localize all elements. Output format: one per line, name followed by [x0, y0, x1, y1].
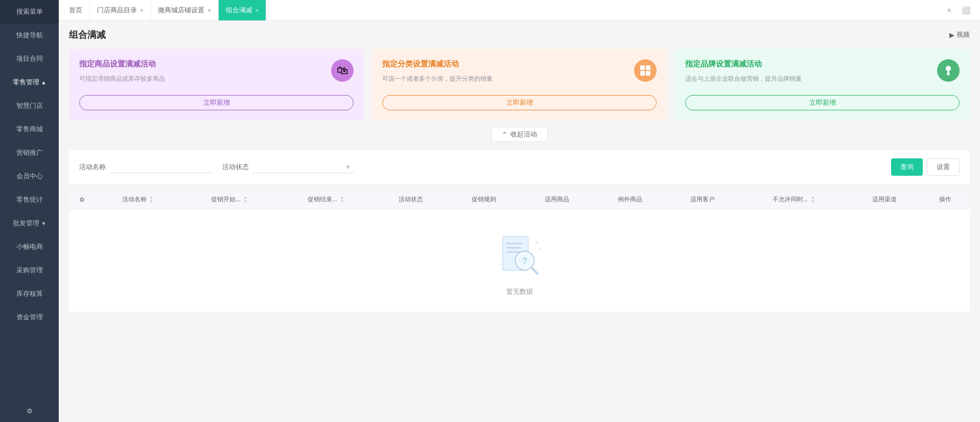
svg-rect-3 — [646, 71, 650, 76]
col-operations-label: 操作 — [939, 196, 951, 203]
sidebar-item-wholesale-mgmt[interactable]: 批发管理 ▼ — [0, 212, 59, 235]
col-excluded-goods-label: 例外商品 — [618, 196, 642, 203]
sidebar-item-label: 快捷导航 — [16, 31, 43, 40]
sidebar-item-retail-mall[interactable]: 零售商城 — [0, 118, 59, 141]
empty-text: 暂无数据 — [506, 287, 533, 296]
cards-row: 🛍 指定商品设置满减活动 可指定滞销商品或库存较多商品 立即新增 指定分类设置满… — [69, 49, 970, 121]
sidebar-item-smart-store[interactable]: 智慧门店 — [0, 94, 59, 118]
sidebar-item-finance[interactable]: 资金管理 — [0, 306, 59, 329]
sidebar-item-label: 零售统计 — [16, 195, 43, 204]
table-head: ⚙ 活动名称 ▲▼ 促销开始... ▲▼ 促销结束... ▲▼ — [69, 190, 970, 209]
collapse-row: ⌃ 收起活动 — [69, 127, 970, 142]
activity-name-label: 活动名称 — [79, 162, 106, 172]
sidebar-item-quick-nav[interactable]: 快捷导航 — [0, 24, 59, 47]
main-content: 首页 门店商品目录 × 微商城店铺设置 × 组合满减 × × ⬜ 组合满减 ▶ … — [59, 0, 980, 422]
card-brand-desc: 适合与上游企业联合做营销，提升品牌销量 — [685, 74, 960, 88]
col-activity-status-label: 活动状态 — [399, 196, 423, 203]
close-window-button[interactable]: × — [943, 4, 955, 16]
page-header: 组合满减 ▶ 视频 — [69, 29, 970, 41]
sidebar-search[interactable]: 搜索菜单 — [0, 0, 59, 24]
col-activity-name-label: 活动名称 — [122, 196, 147, 203]
empty-illustration: ? — [494, 230, 545, 281]
col-settings[interactable]: ⚙ — [69, 190, 95, 209]
gear-icon: ⚙ — [79, 196, 85, 203]
svg-point-14 — [499, 263, 501, 265]
card-brand-add-button[interactable]: 立即新增 — [685, 95, 960, 110]
sidebar-item-label: 零售商城 — [16, 125, 43, 134]
sidebar-item-label: 库存核算 — [16, 289, 43, 298]
table-body: ? 暂无数据 — [69, 209, 970, 312]
sidebar-item-label: 资金管理 — [16, 313, 43, 322]
card-product-desc: 可指定滞销商品或库存较多商品 — [79, 74, 354, 88]
tab-store-catalog-label: 门店商品目录 — [97, 6, 137, 15]
restore-window-button[interactable]: ⬜ — [960, 4, 972, 16]
card-category-add-button[interactable]: 立即新增 — [382, 95, 657, 110]
tab-store-catalog[interactable]: 门店商品目录 × — [90, 0, 151, 20]
sidebar-item-label: 智慧门店 — [16, 101, 43, 110]
col-promo-rules-label: 促销规则 — [472, 196, 496, 203]
sidebar-item-retail-stats[interactable]: 零售统计 — [0, 188, 59, 212]
sort-arrows-icon: ▲▼ — [811, 196, 815, 204]
card-category-title: 指定分类设置满减活动 — [382, 59, 657, 69]
svg-rect-1 — [646, 65, 650, 70]
sidebar-item-label: 项目合同 — [16, 54, 43, 63]
collapse-button[interactable]: ⌃ 收起活动 — [491, 127, 548, 142]
sidebar-item-inventory[interactable]: 库存核算 — [0, 282, 59, 306]
chevron-up-icon: ▲ — [41, 80, 46, 85]
setting-button[interactable]: 设置 — [927, 158, 960, 176]
close-icon[interactable]: × — [207, 7, 211, 13]
tab-wechat-store-label: 微商城店铺设置 — [158, 6, 204, 15]
close-icon[interactable]: × — [140, 7, 143, 13]
card-product-icon: 🛍 — [331, 59, 354, 82]
col-promo-start[interactable]: 促销开始... ▲▼ — [181, 190, 277, 209]
sidebar-item-label: 采购管理 — [16, 266, 43, 275]
activity-status-label: 活动状态 — [222, 162, 249, 172]
sidebar-item-member-center[interactable]: 会员中心 — [0, 165, 59, 188]
col-applicable-channels-label: 适用渠道 — [872, 196, 897, 203]
card-category-desc: 可选一个或者多个分类，提升分类的销量 — [382, 74, 657, 88]
tab-combo-discount[interactable]: 组合满减 × — [219, 0, 266, 20]
sidebar-item-project-contract[interactable]: 项目合同 — [0, 47, 59, 71]
tab-wechat-store[interactable]: 微商城店铺设置 × — [151, 0, 218, 20]
close-icon[interactable]: × — [255, 7, 259, 13]
sidebar-item-xiaochangecom[interactable]: 小畅电商 — [0, 235, 59, 259]
search-bar: 活动名称 活动状态 ▼ 查询 设置 — [69, 150, 970, 184]
sidebar-item-marketing[interactable]: 营销推广 — [0, 141, 59, 165]
activity-table: ⚙ 活动名称 ▲▼ 促销开始... ▲▼ 促销结束... ▲▼ — [69, 190, 970, 312]
play-icon: ▶ — [949, 31, 954, 39]
tabbar: 首页 门店商品目录 × 微商城店铺设置 × 组合满减 × × ⬜ — [59, 0, 980, 20]
video-link-label: 视频 — [956, 30, 970, 39]
sidebar-settings[interactable]: ⚙ — [0, 400, 59, 422]
activity-status-select[interactable]: ▼ — [253, 161, 355, 173]
video-link[interactable]: ▶ 视频 — [949, 30, 970, 39]
card-brand-discount: 指定品牌设置满减活动 适合与上游企业联合做营销，提升品牌销量 立即新增 — [675, 49, 970, 121]
sidebar-item-label: 会员中心 — [16, 172, 43, 181]
col-applicable-customers: 适用客户 — [666, 190, 739, 209]
sidebar-item-label: 营销推广 — [16, 148, 43, 157]
query-button[interactable]: 查询 — [891, 158, 923, 176]
col-applicable-customers-label: 适用客户 — [690, 196, 715, 203]
card-category-icon — [634, 59, 657, 82]
card-product-add-button[interactable]: 立即新增 — [79, 95, 354, 110]
card-product-title: 指定商品设置满减活动 — [79, 59, 354, 69]
sidebar-item-label: 零售管理 — [13, 78, 39, 87]
tab-combo-discount-label: 组合满减 — [226, 6, 252, 15]
sidebar-item-retail-mgmt[interactable]: 零售管理 ▲ — [0, 71, 59, 94]
tabbar-actions: × ⬜ — [943, 4, 976, 16]
activity-status-field: 活动状态 ▼ — [222, 161, 355, 173]
col-activity-name[interactable]: 活动名称 ▲▼ — [95, 190, 181, 209]
col-applicable-channels: 适用渠道 — [848, 190, 921, 209]
col-applicable-goods: 适用商品 — [520, 190, 593, 209]
sidebar-item-procurement[interactable]: 采购管理 — [0, 259, 59, 282]
sidebar-item-label: 小畅电商 — [16, 242, 43, 251]
card-brand-icon — [937, 59, 960, 82]
col-promo-end[interactable]: 促销结束... ▲▼ — [277, 190, 374, 209]
chevron-down-icon: ▼ — [345, 163, 351, 171]
svg-rect-2 — [640, 71, 645, 76]
col-not-allow-concurrent[interactable]: 不允许同时... ▲▼ — [739, 190, 848, 209]
tab-home[interactable]: 首页 — [63, 0, 90, 20]
activity-name-input[interactable] — [110, 161, 212, 173]
svg-text:?: ? — [522, 256, 527, 266]
chevron-up-icon: ⌃ — [502, 131, 507, 138]
sort-arrows-icon: ▲▼ — [149, 196, 153, 204]
